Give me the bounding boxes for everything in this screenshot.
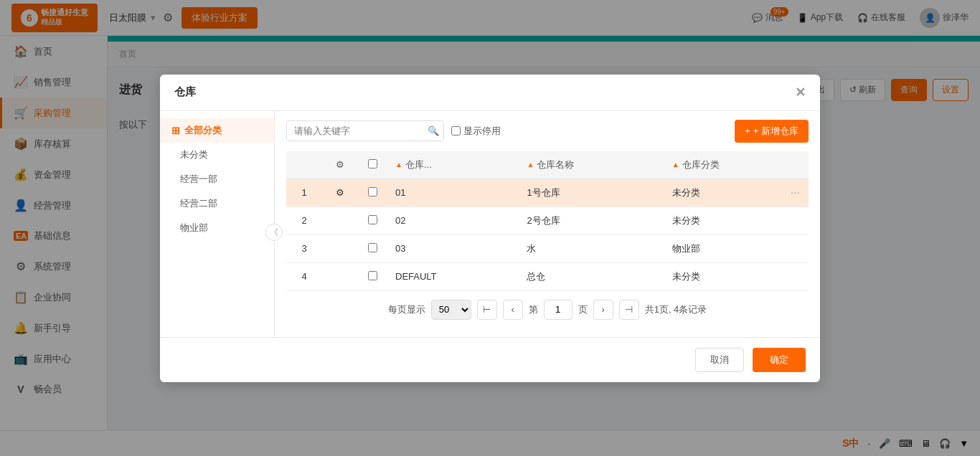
row-category: 未分类 xyxy=(664,262,809,290)
show-disabled-wrap: 显示停用 xyxy=(451,125,501,138)
prev-page-btn[interactable]: ‹ xyxy=(503,300,523,320)
row-code: 02 xyxy=(387,206,518,234)
first-page-btn[interactable]: ⊢ xyxy=(477,300,497,320)
confirm-button[interactable]: 确定 xyxy=(753,348,806,372)
table-row[interactable]: 4 DEFAULT 总仓 未分类 xyxy=(286,262,809,290)
row-num: 4 xyxy=(286,262,322,290)
category-item-1[interactable]: 经营一部 xyxy=(160,167,274,191)
dialog-footer: 取消 确定 xyxy=(160,337,820,382)
row-name: 水 xyxy=(518,234,663,262)
search-input[interactable] xyxy=(287,121,443,141)
last-page-btn[interactable]: ⊣ xyxy=(619,300,639,320)
table-body: 1 ⚙ 01 1号仓库 未分类 ··· 2 xyxy=(286,179,809,290)
row-action-gear[interactable] xyxy=(322,234,358,262)
category-item-3[interactable]: 物业部 xyxy=(160,216,274,240)
row-num: 2 xyxy=(286,206,322,234)
row-checkbox[interactable] xyxy=(358,262,387,290)
warehouse-table: ⚙ ▲ 仓库... xyxy=(286,151,809,291)
category-item-0[interactable]: 未分类 xyxy=(160,143,274,167)
show-disabled-label: 显示停用 xyxy=(463,125,501,138)
row-name: 1号仓库 xyxy=(518,179,663,206)
dialog-title: 仓库 xyxy=(174,85,196,99)
col-category-header: ▲ 仓库分类 xyxy=(664,151,809,179)
row-num: 3 xyxy=(286,234,322,262)
category-all-item[interactable]: ⊞ 全部分类 xyxy=(160,118,274,143)
per-page-select[interactable]: 50 100 200 xyxy=(431,300,471,320)
col-check-header xyxy=(358,151,387,179)
row-name: 总仓 xyxy=(518,262,663,290)
close-icon[interactable]: ✕ xyxy=(795,85,806,100)
table-row[interactable]: 2 02 2号仓库 未分类 xyxy=(286,206,809,234)
row-code: DEFAULT xyxy=(387,262,518,290)
plus-icon: + xyxy=(745,125,750,136)
row-checkbox[interactable] xyxy=(358,234,387,262)
row-more-icon[interactable]: ··· xyxy=(791,186,800,199)
row-category: 未分类 ··· xyxy=(664,179,809,206)
row-code: 03 xyxy=(387,234,518,262)
next-page-btn[interactable]: › xyxy=(593,300,613,320)
pagination: 每页显示 50 100 200 ⊢ ‹ 第 页 › ⊣ 共1页, 4条记录 xyxy=(286,291,809,328)
add-warehouse-button[interactable]: + + 新增仓库 xyxy=(735,120,809,143)
page-unit: 页 xyxy=(578,303,588,316)
row-category: 未分类 xyxy=(664,206,809,234)
table-header: ⚙ ▲ 仓库... xyxy=(286,151,809,179)
col-code-header: ▲ 仓库... xyxy=(387,151,518,179)
category-item-2[interactable]: 经营二部 xyxy=(160,191,274,216)
warehouse-dialog: 仓库 ✕ 《 ⊞ 全部分类 未分类 经营一部 经营二部 物业部 xyxy=(160,75,820,382)
page-summary: 共1页, 4条记录 xyxy=(645,303,707,316)
category-all-label: 全部分类 xyxy=(184,124,222,137)
row-name: 2号仓库 xyxy=(518,206,663,234)
per-page-label: 每页显示 xyxy=(388,303,425,316)
row-checkbox[interactable] xyxy=(358,179,387,206)
sort-icon-code: ▲ xyxy=(395,161,402,168)
collapse-button[interactable]: 《 xyxy=(265,224,283,241)
col-name-header: ▲ 仓库名称 xyxy=(518,151,663,179)
col-num-header xyxy=(286,151,322,179)
category-panel: 《 ⊞ 全部分类 未分类 经营一部 经营二部 物业部 xyxy=(160,111,275,337)
row-checkbox[interactable] xyxy=(358,206,387,234)
row-action-gear[interactable]: ⚙ xyxy=(322,179,358,206)
row-action-gear[interactable] xyxy=(322,206,358,234)
table-row[interactable]: 1 ⚙ 01 1号仓库 未分类 ··· xyxy=(286,179,809,206)
row-category: 物业部 xyxy=(664,234,809,262)
row-num: 1 xyxy=(286,179,322,206)
row-action-gear[interactable] xyxy=(322,262,358,290)
table-panel: 🔍 显示停用 + + 新增仓库 xyxy=(275,111,820,337)
select-all-checkbox[interactable] xyxy=(368,159,377,168)
table-row[interactable]: 3 03 水 物业部 xyxy=(286,234,809,262)
col-gear-header: ⚙ xyxy=(322,151,358,179)
sort-icon-name: ▲ xyxy=(527,161,534,168)
cancel-button[interactable]: 取消 xyxy=(695,348,744,372)
show-disabled-checkbox[interactable] xyxy=(451,126,461,136)
modal-overlay: 仓库 ✕ 《 ⊞ 全部分类 未分类 经营一部 经营二部 物业部 xyxy=(0,0,980,456)
dialog-header: 仓库 ✕ xyxy=(160,75,820,111)
add-warehouse-label: + 新增仓库 xyxy=(753,125,798,138)
row-code: 01 xyxy=(387,179,518,206)
search-icon[interactable]: 🔍 xyxy=(428,125,439,136)
search-bar: 🔍 显示停用 + + 新增仓库 xyxy=(286,120,809,143)
dialog-body: 《 ⊞ 全部分类 未分类 经营一部 经营二部 物业部 🔍 xyxy=(160,111,820,337)
sort-icon-category: ▲ xyxy=(672,161,679,168)
collapse-icon: 《 xyxy=(270,227,278,239)
page-label: 第 xyxy=(529,303,538,316)
grid-icon: ⊞ xyxy=(171,125,180,136)
page-input[interactable] xyxy=(544,300,573,320)
search-input-wrap: 🔍 xyxy=(286,120,444,141)
